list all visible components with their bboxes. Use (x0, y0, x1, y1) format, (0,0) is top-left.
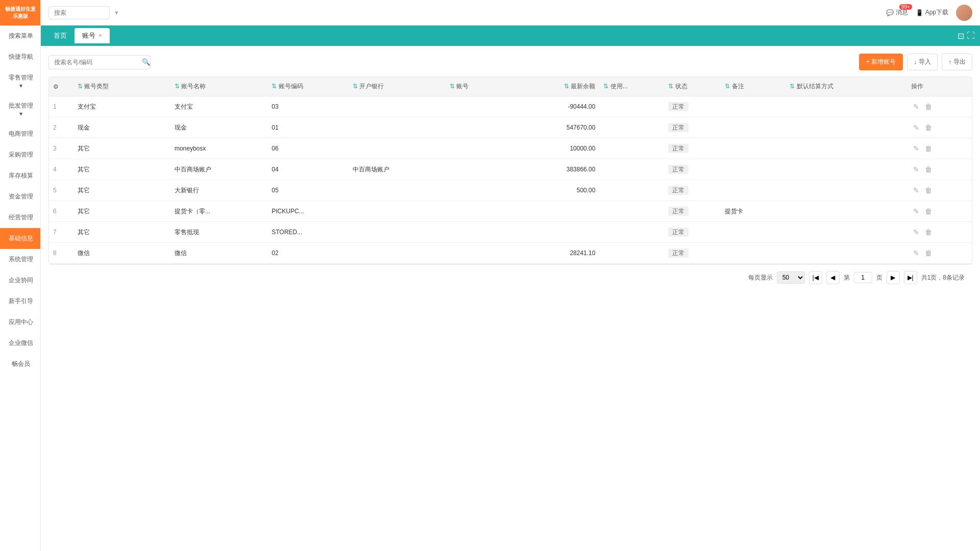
cell-use (599, 117, 664, 138)
sidebar-item-beginner[interactable]: 新手引导 (0, 291, 40, 312)
cell-action: ✎ 🗑 (907, 117, 972, 138)
sidebar-item-ecommerce[interactable]: 电商管理 (0, 123, 40, 144)
export-button[interactable]: ↑ 导出 (942, 54, 972, 70)
sort-account-icon: ⇅ (450, 83, 455, 90)
delete-button[interactable]: 🗑 (923, 227, 934, 237)
edit-button[interactable]: ✎ (911, 102, 921, 112)
delete-button[interactable]: 🗑 (923, 248, 934, 258)
topbar-left: ▾ (48, 6, 118, 19)
topbar-dropdown-icon[interactable]: ▾ (115, 9, 118, 16)
accounts-table: ⚙ ⇅ 账号类型 ⇅ 账号名称 ⇅ 账号编码 (49, 77, 972, 264)
tab-home[interactable]: 首页 (46, 28, 75, 43)
sidebar-item-wholesale[interactable]: 批发管理 ▾ (0, 95, 40, 123)
edit-button[interactable]: ✎ (911, 248, 921, 258)
cell-use (599, 201, 664, 222)
cell-account (446, 222, 510, 243)
tab-accounts[interactable]: 账号 × (75, 28, 110, 43)
delete-button[interactable]: 🗑 (923, 122, 934, 133)
user-avatar[interactable] (956, 5, 972, 21)
table-row: 5 其它 大新银行 05 500.00 正常 ✎ 🗑 (49, 180, 972, 201)
cell-account (446, 243, 510, 264)
edit-button[interactable]: ✎ (911, 122, 921, 133)
table-row: 8 微信 微信 02 28241.10 正常 ✎ 🗑 (49, 243, 972, 264)
sidebar-item-members[interactable]: 畅会员 (0, 354, 40, 374)
edit-button[interactable]: ✎ (911, 164, 921, 174)
th-type[interactable]: ⇅ 账号类型 (74, 77, 170, 96)
sidebar-item-quick-nav[interactable]: 快捷导航 (0, 46, 40, 67)
cell-name: 微信 (170, 243, 267, 264)
cell-num: 5 (49, 180, 74, 201)
last-page-button[interactable]: ▶| (904, 271, 917, 284)
add-account-button[interactable]: + 新增账号 (859, 54, 903, 70)
th-payment[interactable]: ⇅ 默认结算方式 (786, 77, 907, 96)
cell-name: 现金 (170, 117, 267, 138)
th-note[interactable]: ⇅ 备注 (721, 77, 786, 96)
first-page-button[interactable]: |◀ (809, 271, 822, 284)
th-bank[interactable]: ⇅ 开户银行 (349, 77, 446, 96)
th-name[interactable]: ⇅ 账号名称 (170, 77, 267, 96)
import-button[interactable]: ↓ 导入 (907, 54, 938, 70)
cell-type: 其它 (74, 180, 170, 201)
cell-status: 正常 (664, 159, 721, 180)
app-download-button[interactable]: 📱 App下载 (916, 8, 948, 17)
sidebar-item-retail[interactable]: 零售管理 ▾ (0, 67, 40, 95)
tab-maximize-button[interactable]: ⛶ (967, 31, 975, 41)
sort-type-icon: ⇅ (78, 83, 83, 90)
sort-name-icon: ⇅ (175, 83, 180, 90)
prev-page-button[interactable]: ◀ (826, 271, 840, 284)
edit-button[interactable]: ✎ (911, 206, 921, 216)
delete-button[interactable]: 🗑 (923, 143, 934, 154)
cell-name: moneybosx (170, 138, 267, 159)
sidebar-item-purchase[interactable]: 采购管理 (0, 144, 40, 165)
th-code[interactable]: ⇅ 账号编码 (267, 77, 349, 96)
cell-action: ✎ 🗑 (907, 159, 972, 180)
edit-button[interactable]: ✎ (911, 227, 921, 237)
message-button[interactable]: 💬 消息 99+ (886, 8, 908, 17)
per-page-label: 每页显示 (748, 273, 773, 282)
sidebar-item-inventory[interactable]: 库存核算 (0, 165, 40, 186)
sidebar-item-enterprise-agreement[interactable]: 企业协同 (0, 270, 40, 291)
delete-button[interactable]: 🗑 (923, 164, 934, 174)
sidebar-item-basic-info[interactable]: 基础信息 (0, 228, 40, 249)
cell-action: ✎ 🗑 (907, 243, 972, 264)
sidebar-item-enterprise-wechat[interactable]: 企业微信 (0, 333, 40, 354)
th-settings[interactable]: ⚙ (49, 77, 74, 96)
edit-button[interactable]: ✎ (911, 143, 921, 154)
cell-payment (786, 96, 907, 117)
cell-note (721, 243, 786, 264)
cell-note (721, 159, 786, 180)
per-page-select[interactable]: 50 20 100 (777, 271, 805, 284)
cell-type: 其它 (74, 201, 170, 222)
cell-type: 其它 (74, 222, 170, 243)
cell-account (446, 96, 510, 117)
tab-close-icon[interactable]: × (99, 32, 102, 39)
next-page-button[interactable]: ▶ (887, 271, 900, 284)
export-label: 导出 (953, 58, 966, 66)
delete-button[interactable]: 🗑 (923, 102, 934, 112)
topbar-search-input[interactable] (48, 6, 110, 19)
cell-code: 01 (267, 117, 349, 138)
search-button[interactable]: 🔍 (142, 58, 151, 66)
th-action: 操作 (907, 77, 972, 96)
tab-minimize-button[interactable]: ⊡ (958, 31, 964, 41)
sidebar-item-operations[interactable]: 经营管理 (0, 207, 40, 228)
sidebar-item-search-menu[interactable]: 搜索菜单 (0, 26, 40, 46)
search-input[interactable] (48, 55, 151, 69)
sidebar-item-app-center[interactable]: 应用中心 (0, 312, 40, 333)
table-row: 7 其它 零售抵现 STORED... 正常 ✎ 🗑 (49, 222, 972, 243)
delete-button[interactable]: 🗑 (923, 185, 934, 195)
sidebar-item-system[interactable]: 系统管理 (0, 249, 40, 270)
th-account[interactable]: ⇅ 账号 (446, 77, 510, 96)
toolbar-left: 🔍 (48, 55, 151, 69)
th-balance[interactable]: ⇅ 最新余额 (510, 77, 599, 96)
cell-type: 现金 (74, 117, 170, 138)
sort-code-icon: ⇅ (272, 83, 277, 90)
app-download-label: App下载 (925, 8, 948, 17)
delete-button[interactable]: 🗑 (923, 206, 934, 216)
sidebar-item-finance[interactable]: 资金管理 (0, 186, 40, 207)
th-use[interactable]: ⇅ 使用... (599, 77, 664, 96)
edit-button[interactable]: ✎ (911, 185, 921, 195)
th-status[interactable]: ⇅ 状态 (664, 77, 721, 96)
page-input[interactable] (854, 272, 872, 283)
cell-code: 05 (267, 180, 349, 201)
